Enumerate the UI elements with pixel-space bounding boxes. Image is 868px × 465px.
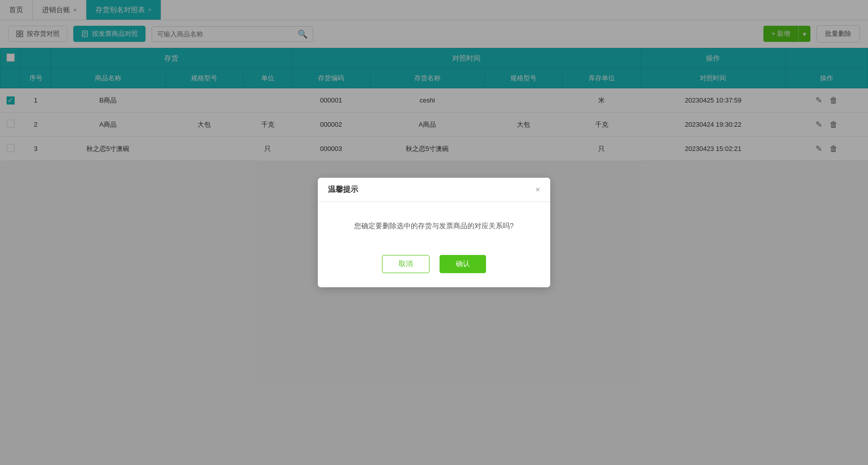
modal-overlay: 温馨提示 × 您确定要删除选中的存货与发票商品的对应关系吗? 取消 确认 — [0, 0, 868, 161]
